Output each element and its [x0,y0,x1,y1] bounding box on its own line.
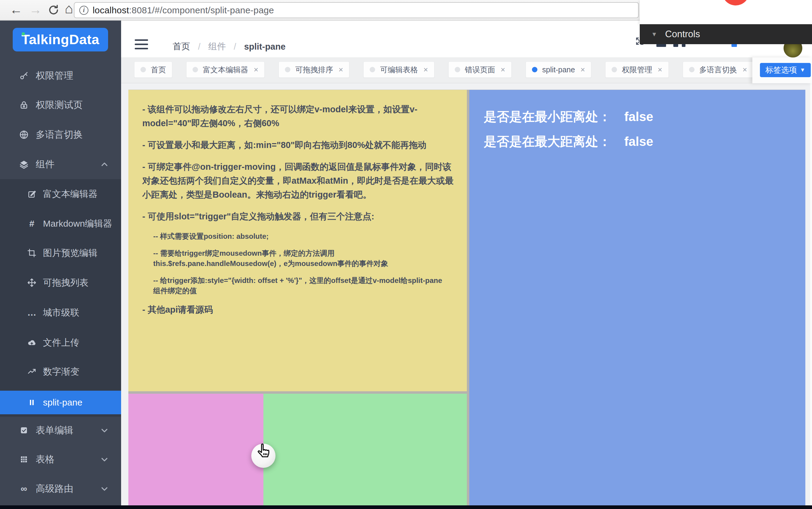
tag-split-pane[interactable]: split-pane × [526,61,592,78]
sidebar-item-file-upload[interactable]: 文件上传 [0,333,121,352]
status-label: 是否是在最小距离处： [484,108,611,125]
tag-options-button[interactable]: 标签选项 ▼ [760,63,811,77]
status-label: 是否是在最大距离处： [484,133,611,150]
red-dot-icon [722,0,749,5]
forward-icon[interactable]: → [29,2,42,17]
tag-draggable-sort[interactable]: 可拖拽排序 × [279,61,349,78]
refresh-icon[interactable] [48,4,59,19]
sidebar-item-draggable-list[interactable]: 可拖拽列表 [0,273,121,293]
sidebar-item-label: 表单编辑 [36,424,73,437]
tag-close-icon[interactable]: × [423,65,428,74]
sidebar-item-rich-text-editor[interactable]: 富文本编辑器 [0,184,121,204]
tag-close-icon[interactable]: × [658,65,662,74]
sidebar-item-split-pane[interactable]: split-pane [0,391,121,414]
back-icon[interactable]: ← [10,2,23,17]
status-value: false [624,109,653,124]
tag-permission-management[interactable]: 权限管理 × [605,61,669,78]
edit-icon [27,190,37,199]
sidebar-item-image-preview-edit[interactable]: 图片预览编辑 [0,243,121,263]
tag-close-icon[interactable]: × [501,65,505,74]
locale-icon[interactable] [732,44,737,47]
sidebar-item-table[interactable]: 表格 [0,450,121,469]
tag-label: 首页 [151,65,166,75]
sidebar-item-permission-test[interactable]: 权限测试页 [0,95,121,115]
sidebar-item-markdown-editor[interactable]: # Markdown编辑器 [0,214,121,234]
nested-pane-right [263,394,467,506]
layers-icon [19,160,29,169]
breadcrumb-home[interactable]: 首页 [172,40,190,53]
sidebar-item-multilanguage[interactable]: 多语言切换 [0,125,121,144]
status-row-max: 是否是在最大距离处： false [484,133,653,150]
sidebar-item-label: 文件上传 [43,337,79,349]
tag-error-page[interactable]: 错误页面 × [448,61,512,78]
sidebar-item-advanced-routing[interactable]: ∞ 高级路由 [0,479,121,499]
sidebar-item-label: 权限管理 [36,69,73,82]
hash-icon: # [27,219,37,228]
doc-sub-bullet: -- 样式需要设置position: absolute; [153,231,444,241]
pause-icon [27,398,37,407]
doc-bullet: - 可使用slot="trigger"自定义拖动触发器，但有三个注意点: [142,209,459,223]
breadcrumb: 首页 / 组件 / split-pane [172,40,286,53]
sidebar-item-permission-management[interactable]: 权限管理 [0,66,121,85]
url-bar[interactable]: i localhost:8081/#/component/split-pane-… [74,2,639,18]
tag-close-icon[interactable]: × [254,65,258,74]
table-icon [19,455,29,464]
vertical-split-divider[interactable] [467,90,469,506]
user-icon[interactable] [682,44,685,47]
tag-multilanguage[interactable]: 多语言切换 × [683,61,754,78]
tag-close-icon[interactable]: × [580,65,585,74]
tag-label: split-pane [542,65,575,74]
status-row-min: 是否是在最小距离处： false [484,108,653,125]
tag-editable-table[interactable]: 可编辑表格 × [363,61,434,78]
controls-panel-header[interactable]: ▼ Controls [640,24,812,44]
logo[interactable]: TalkingData [13,28,108,52]
tag-label: 可编辑表格 [380,65,418,75]
crop-icon [27,248,37,258]
document-icon[interactable] [656,44,666,47]
trending-up-icon [27,367,37,376]
hamburger-menu-icon[interactable] [135,39,148,52]
sidebar-item-form-edit[interactable]: 表单编辑 [0,421,121,440]
move-icon [27,278,37,287]
horizontal-split-divider[interactable] [128,391,467,394]
sidebar-item-components[interactable]: 组件 [0,155,121,174]
sidebar-item-label: 可拖拽列表 [43,277,88,289]
bell-icon[interactable] [673,44,678,47]
doc-bullet: - 其他api请看源码 [142,303,459,316]
key-icon [19,71,29,80]
doc-bullet: - 该组件可以拖动修改左右尺寸，还可以绑定v-model来设置，如设置v-mod… [142,102,459,130]
sidebar-item-label: 数字渐变 [43,366,79,378]
scrollbar-track[interactable] [810,58,812,505]
breadcrumb-separator: / [198,42,200,52]
logo-text: TalkingData [22,32,99,47]
sidebar-item-city-cascade[interactable]: … 城市级联 [0,303,121,323]
sidebar-item-number-transition[interactable]: 数字渐变 [0,362,121,382]
sidebar-item-label: 图片预览编辑 [43,247,97,259]
url-path: :8081/#/component/split-pane-page [129,5,274,15]
tag-close-icon[interactable]: × [743,65,747,74]
controls-panel-title: Controls [665,29,700,40]
sidebar-item-label: Markdown编辑器 [43,217,112,230]
tag-close-icon[interactable]: × [338,65,343,74]
tags-row: 首页 富文本编辑器 × 可拖拽排序 × 可编辑表格 × 错误页面 × split… [134,61,795,78]
infinity-icon: ∞ [19,484,29,493]
caret-down-icon: ▼ [651,31,657,38]
home-icon[interactable]: ⌂ [65,1,73,16]
caret-down-icon: ▼ [800,67,805,73]
chevron-down-icon [100,427,108,434]
info-icon[interactable]: i [79,6,88,15]
tag-dot-icon [193,67,198,72]
tag-rich-text-editor[interactable]: 富文本编辑器 × [186,61,265,78]
breadcrumb-component[interactable]: 组件 [208,40,226,53]
tag-home[interactable]: 首页 [134,61,172,78]
tag-dot-icon [140,67,146,72]
status-value: false [624,134,653,149]
sidebar-item-label: split-pane [43,397,83,408]
tag-label: 错误页面 [465,65,495,75]
doc-sub-bullet: -- 给trigger添加:style="{width: offset + '%… [153,275,444,296]
tag-label: 可拖拽排序 [295,65,333,75]
breadcrumb-separator: / [234,42,236,52]
tag-dot-icon [689,67,694,72]
sidebar-item-label: 权限测试页 [36,99,83,111]
doc-sub-bullet: -- 需要给trigger绑定mousedown事件，绑定的方法调用this.$… [153,248,444,269]
